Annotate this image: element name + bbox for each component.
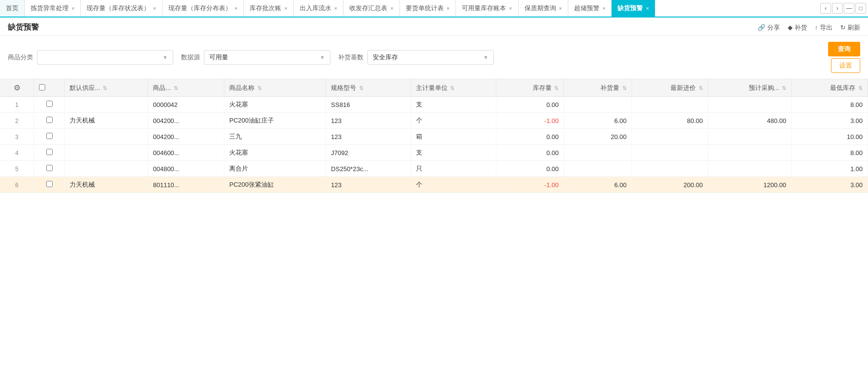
refresh-action[interactable]: ↻ 刷新 bbox=[840, 23, 860, 32]
spec-sort-icon: ⇅ bbox=[359, 85, 363, 91]
row-num-cell: 2 bbox=[0, 113, 34, 129]
th-replenish[interactable]: 补货量 ⇅ bbox=[564, 79, 632, 97]
tab-recv[interactable]: 收发存汇总表 × bbox=[344, 0, 399, 17]
row-stock: 0.00 bbox=[496, 145, 563, 161]
row-spec: 123 bbox=[326, 129, 411, 145]
th-minstock[interactable]: 最低库存 ⇅ bbox=[792, 79, 868, 97]
th-unit[interactable]: 主计量单位 ⇅ bbox=[411, 79, 496, 97]
tab-home[interactable]: 首页 bbox=[0, 0, 25, 17]
th-check[interactable] bbox=[34, 79, 65, 97]
th-minstock-label: 最低库存 bbox=[830, 84, 855, 91]
tab-overstock-close[interactable]: × bbox=[602, 5, 605, 11]
row-supplier: 力天机械 bbox=[64, 177, 148, 193]
th-gear[interactable]: ⚙ bbox=[0, 79, 34, 97]
th-supplier[interactable]: 默认供应... ⇅ bbox=[64, 79, 148, 97]
tab-inout-label: 出入库流水 bbox=[300, 4, 331, 13]
th-price[interactable]: 最新进价 ⇅ bbox=[632, 79, 708, 97]
tab-avail-close[interactable]: × bbox=[509, 5, 512, 11]
row-min-stock: 8.00 bbox=[792, 97, 868, 113]
settings-button[interactable]: 设置 bbox=[831, 58, 860, 73]
share-label: 分享 bbox=[767, 23, 780, 32]
row-latest-price bbox=[632, 129, 708, 145]
row-unit: 个 bbox=[411, 177, 496, 193]
tab-stock-status[interactable]: 现存量（库存状况表） × bbox=[81, 0, 162, 17]
replenish-icon: ◆ bbox=[788, 24, 793, 31]
replenish-action[interactable]: ◆ 补货 bbox=[788, 23, 807, 32]
gear-button[interactable]: ⚙ bbox=[14, 83, 20, 92]
row-plan-purchase: 1200.00 bbox=[708, 177, 792, 193]
replenish-base-select[interactable]: 安全库存 ▼ bbox=[367, 50, 494, 65]
row-supplier: 力天机械 bbox=[64, 113, 148, 129]
row-check-cell[interactable] bbox=[34, 161, 65, 177]
row-checkbox[interactable] bbox=[46, 149, 53, 155]
tab-req[interactable]: 要货单统计表 × bbox=[400, 0, 456, 17]
tab-abnormal-close[interactable]: × bbox=[72, 5, 74, 11]
row-checkbox[interactable] bbox=[46, 101, 53, 107]
tab-avail[interactable]: 可用量库存账本 × bbox=[456, 0, 518, 17]
row-replenish-qty: 6.00 bbox=[564, 177, 632, 193]
tab-bar: 首页 拣货异常处理 × 现存量（库存状况表） × 现存量（库存分布表） × 库存… bbox=[0, 0, 868, 18]
row-latest-price: 200.00 bbox=[632, 177, 708, 193]
tab-stock-dist-close[interactable]: × bbox=[235, 5, 237, 11]
tab-shortage[interactable]: 缺货预警 × bbox=[612, 0, 655, 17]
row-check-cell[interactable] bbox=[34, 97, 65, 113]
tab-recv-close[interactable]: × bbox=[390, 5, 393, 11]
tab-next-btn[interactable]: › bbox=[832, 3, 843, 14]
tab-overstock[interactable]: 超储预警 × bbox=[568, 0, 612, 17]
unit-sort-icon: ⇅ bbox=[450, 85, 454, 91]
tab-req-close[interactable]: × bbox=[447, 5, 450, 11]
tab-abnormal[interactable]: 拣货异常处理 × bbox=[25, 0, 81, 17]
row-check-cell[interactable] bbox=[34, 177, 65, 193]
query-button[interactable]: 查询 bbox=[828, 42, 860, 56]
window-maximize-btn[interactable]: □ bbox=[855, 3, 866, 14]
tab-shortage-close[interactable]: × bbox=[646, 5, 649, 11]
share-action[interactable]: 🔗 分享 bbox=[758, 23, 780, 32]
tab-expiry[interactable]: 保质期查询 × bbox=[519, 0, 568, 17]
tab-batch-close[interactable]: × bbox=[284, 5, 287, 11]
row-replenish-qty bbox=[564, 161, 632, 177]
row-number: 2 bbox=[15, 118, 18, 124]
row-supplier bbox=[64, 97, 148, 113]
row-checkbox[interactable] bbox=[46, 117, 53, 123]
row-check-cell[interactable] bbox=[34, 113, 65, 129]
category-label: 商品分类 bbox=[8, 53, 33, 62]
refresh-icon: ↻ bbox=[840, 24, 846, 31]
row-number: 6 bbox=[15, 182, 18, 189]
row-unit: 个 bbox=[411, 113, 496, 129]
th-spec[interactable]: 规格型号 ⇅ bbox=[326, 79, 411, 97]
tab-stock-dist-label: 现存量（库存分布表） bbox=[168, 4, 232, 13]
row-replenish-qty: 20.00 bbox=[564, 129, 632, 145]
tab-inout[interactable]: 出入库流水 × bbox=[294, 0, 344, 17]
tab-stock-dist[interactable]: 现存量（库存分布表） × bbox=[163, 0, 244, 17]
row-checkbox[interactable] bbox=[46, 165, 53, 171]
th-stock[interactable]: 库存量 ⇅ bbox=[496, 79, 563, 97]
table-header-row: ⚙ 默认供应... ⇅ 商品... ⇅ 商品名称 ⇅ bbox=[0, 79, 868, 97]
row-num-cell: 6 bbox=[0, 177, 34, 193]
row-check-cell[interactable] bbox=[34, 145, 65, 161]
tab-batch[interactable]: 库存批次账 × bbox=[244, 0, 293, 17]
row-name: 火花塞 bbox=[224, 145, 326, 161]
row-checkbox[interactable] bbox=[46, 181, 53, 187]
row-latest-price bbox=[632, 97, 708, 113]
row-check-cell[interactable] bbox=[34, 129, 65, 145]
stock-sort-icon: ⇅ bbox=[554, 85, 559, 91]
row-replenish-qty bbox=[564, 145, 632, 161]
page-header: 缺货预警 🔗 分享 ◆ 补货 ↑ 导出 ↻ 刷新 bbox=[0, 18, 868, 36]
export-action[interactable]: ↑ 导出 bbox=[815, 23, 833, 32]
tab-stock-status-close[interactable]: × bbox=[153, 5, 156, 11]
th-name[interactable]: 商品名称 ⇅ bbox=[224, 79, 326, 97]
th-code[interactable]: 商品... ⇅ bbox=[148, 79, 224, 97]
select-all-checkbox[interactable] bbox=[39, 84, 45, 90]
th-plan[interactable]: 预计采购... ⇅ bbox=[708, 79, 792, 97]
window-minimize-btn[interactable]: — bbox=[844, 3, 854, 14]
tab-expiry-close[interactable]: × bbox=[559, 5, 562, 11]
tab-prev-btn[interactable]: ‹ bbox=[820, 3, 831, 14]
row-min-stock: 1.00 bbox=[792, 161, 868, 177]
table-row: 3004200...三九123箱0.0020.0010.00 bbox=[0, 129, 868, 145]
datasource-select[interactable]: 可用量 ▼ bbox=[204, 50, 330, 65]
category-select[interactable]: ▼ bbox=[37, 50, 173, 65]
replenish-base-label: 补货基数 bbox=[338, 53, 363, 62]
tab-inout-close[interactable]: × bbox=[334, 5, 337, 11]
row-unit: 只 bbox=[411, 161, 496, 177]
row-checkbox[interactable] bbox=[46, 133, 53, 139]
